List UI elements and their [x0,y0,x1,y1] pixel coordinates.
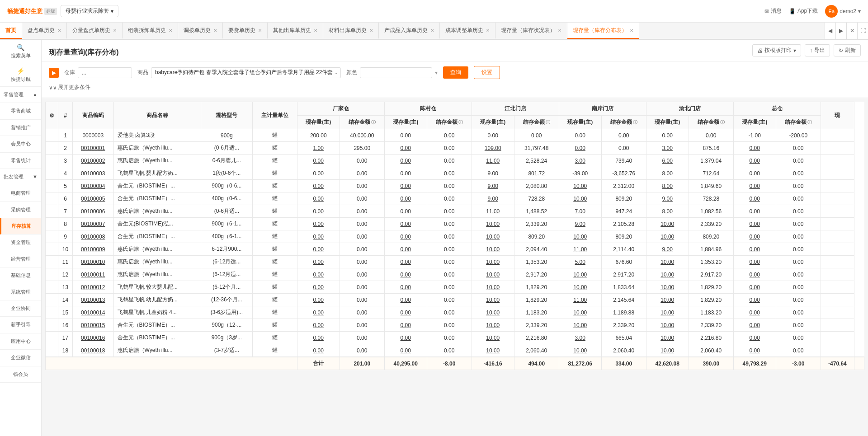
table-cell[interactable]: 0.00 [384,332,427,344]
table-cell[interactable]: 8.00 [646,205,689,218]
table-cell[interactable]: 0.00 [384,268,427,281]
col-settings[interactable]: ⚙ [46,102,58,129]
table-cell[interactable]: 0.00 [384,180,427,192]
table-cell[interactable]: 00100009 [73,243,114,256]
table-cell[interactable]: 8.00 [646,180,689,192]
table-cell[interactable]: 00100012 [73,281,114,294]
table-cell[interactable]: 00100008 [73,230,114,243]
table-cell[interactable]: 10.00 [646,268,689,281]
table-cell[interactable]: 10.00 [559,319,601,332]
table-cell[interactable]: 00100001 [73,142,114,155]
sidebar-item-shortcut[interactable]: ⚡ 快捷导航 [0,63,41,87]
table-cell[interactable]: 1.00 [297,142,340,155]
table-cell[interactable]: 10.00 [559,344,601,357]
sidebar-item-wholesale[interactable]: 批发管理 ▼ [0,169,41,185]
table-cell[interactable]: -39.00 [559,167,601,180]
table-cell[interactable]: 0.00 [384,256,427,268]
warehouse-input[interactable] [78,67,132,78]
table-cell[interactable]: 0.00 [297,192,340,205]
sidebar-item-retail-mall[interactable]: 零售商城 [0,103,41,119]
expand-conditions-btn[interactable]: ∨∨ 展开更多条件 [49,84,861,91]
table-cell[interactable]: 11.00 [472,155,514,167]
table-cell[interactable]: 00100004 [73,180,114,192]
table-cell[interactable]: 0.00 [559,142,601,155]
sidebar-item-operation[interactable]: 经营管理 [0,251,41,267]
table-cell[interactable]: 10.00 [646,218,689,230]
table-cell[interactable]: 0.00 [384,344,427,357]
table-cell[interactable]: 0.00 [733,167,776,180]
table-cell[interactable]: 0.00 [733,256,776,268]
tab-inventory-single[interactable]: 盘点单历史 ✕ [22,23,67,39]
table-cell[interactable]: 0.00 [384,167,427,180]
tab-stock-dist[interactable]: 现存量（库存分布表） ✕ [567,23,639,39]
table-cell[interactable]: 0.00 [733,243,776,256]
refresh-btn[interactable]: ↻ 刷新 [834,44,861,56]
table-cell[interactable]: 10.00 [646,344,689,357]
tab-batch-inventory[interactable]: 分量盘点单历史 ✕ [67,23,123,39]
table-cell[interactable]: 9.00 [472,180,514,192]
table-cell[interactable]: 10.00 [472,230,514,243]
sidebar-item-new-guide[interactable]: 新手引导 [0,317,41,333]
table-cell[interactable]: 0.00 [384,230,427,243]
print-btn[interactable]: 🖨 按模版打印 ▾ [752,44,801,56]
table-cell[interactable]: 0.00 [297,218,340,230]
tab-cost-adjust[interactable]: 成本调整单历史 ✕ [440,23,495,39]
table-cell[interactable]: 10.00 [559,268,601,281]
sidebar-item-finance[interactable]: 资金管理 [0,234,41,251]
sidebar-item-purchase[interactable]: 采购管理 [0,202,41,218]
table-cell[interactable]: 0.00 [733,344,776,357]
table-cell[interactable]: 10.00 [472,319,514,332]
sidebar-item-app-center[interactable]: 应用中心 [0,333,41,350]
table-cell[interactable]: 0000003 [73,129,114,142]
table-cell[interactable]: 109.00 [472,142,514,155]
table-cell[interactable]: 9.00 [646,192,689,205]
message-btn[interactable]: ✉ 消息 [764,7,782,15]
table-cell[interactable]: 10.00 [559,306,601,319]
tab-expand-btn[interactable]: ⛶ [857,23,868,39]
table-cell[interactable]: 0.00 [297,344,340,357]
table-cell[interactable]: 00100016 [73,332,114,344]
table-cell[interactable]: 0.00 [733,230,776,243]
table-cell[interactable]: 9.00 [646,243,689,256]
tab-close-icon[interactable]: ✕ [430,28,434,33]
table-cell[interactable]: 00100005 [73,192,114,205]
filter-toggle-btn[interactable]: ▶ [49,68,59,78]
color-input[interactable] [360,67,432,78]
table-cell[interactable]: 0.00 [733,268,776,281]
table-cell[interactable]: 6.00 [646,155,689,167]
table-cell[interactable]: 11.00 [559,243,601,256]
table-cell[interactable]: 10.00 [472,294,514,306]
tab-prev-btn[interactable]: ◀ [825,23,835,39]
table-cell[interactable]: 0.00 [384,218,427,230]
sidebar-item-system[interactable]: 系统管理 [0,284,41,300]
table-cell[interactable]: 0.00 [733,180,776,192]
table-cell[interactable]: 00100018 [73,344,114,357]
table-cell[interactable]: 0.00 [384,192,427,205]
table-cell[interactable]: 0.00 [384,319,427,332]
table-cell[interactable]: 7.00 [559,205,601,218]
export-btn[interactable]: ↑ 导出 [805,44,830,56]
table-cell[interactable]: 0.00 [297,268,340,281]
table-cell[interactable]: 10.00 [646,319,689,332]
tab-close-icon[interactable]: ✕ [314,28,317,33]
table-cell[interactable]: 10.00 [646,281,689,294]
tab-close-icon[interactable]: ✕ [258,28,262,33]
tab-material-out[interactable]: 材料出库单历史 ✕ [323,23,379,39]
table-cell[interactable]: 10.00 [559,180,601,192]
sidebar-item-fan-member[interactable]: 畅会员 [0,366,41,383]
table-cell[interactable]: 0.00 [733,142,776,155]
table-cell[interactable]: 0.00 [384,205,427,218]
table-cell[interactable]: 0.00 [733,319,776,332]
sidebar-item-member[interactable]: 会员中心 [0,136,41,152]
table-cell[interactable]: 0.00 [733,155,776,167]
tab-close-icon[interactable]: ✕ [169,28,172,33]
query-btn[interactable]: 查询 [443,66,468,79]
table-cell[interactable]: 3.00 [559,155,601,167]
workspace-selector[interactable]: 母婴行业演示陈套 ▾ [61,5,118,17]
table-cell[interactable]: 10.00 [559,192,601,205]
table-cell[interactable]: 0.00 [384,281,427,294]
table-cell[interactable]: 0.00 [559,129,601,142]
table-cell[interactable]: 00100013 [73,294,114,306]
table-cell[interactable]: 0.00 [297,306,340,319]
table-cell[interactable]: 10.00 [646,230,689,243]
